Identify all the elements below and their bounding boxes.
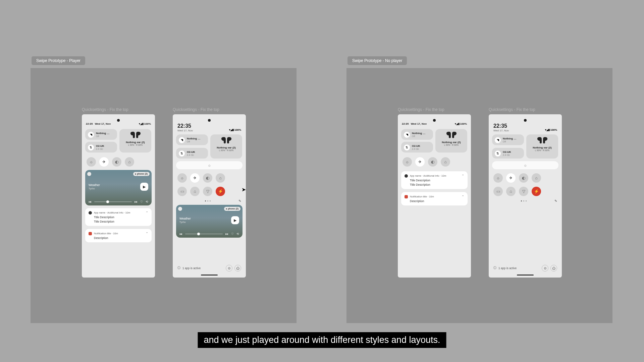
edit-icon[interactable]: ✎ bbox=[238, 199, 241, 203]
spotify-icon bbox=[87, 172, 91, 176]
game-toggle[interactable]: ⌂ bbox=[216, 173, 225, 183]
toggle-row-1: ☼ ✈ ◐ ⌂ bbox=[493, 173, 541, 183]
earbuds-icon bbox=[221, 136, 232, 144]
brightness-toggle[interactable]: ☼ bbox=[87, 157, 96, 167]
home-toggle[interactable]: ⌂ bbox=[506, 187, 516, 196]
flashlight-toggle[interactable]: ⚡ bbox=[532, 187, 541, 196]
tile-nothing[interactable]: ◥Nothing …Off bbox=[176, 134, 208, 145]
brightness-toggle[interactable]: ☼ bbox=[177, 173, 187, 183]
play-button[interactable]: ▶ bbox=[231, 216, 239, 224]
nav-bar[interactable] bbox=[517, 275, 534, 276]
notification-card[interactable]: Notification title · 10m⌃ Description bbox=[401, 192, 468, 205]
media-title: Weather bbox=[179, 217, 191, 220]
airplane-toggle[interactable]: ✈ bbox=[415, 157, 425, 167]
tile-carrier[interactable]: ⇅ O2-UK2.4 Gb bbox=[85, 142, 117, 153]
tile-earbuds[interactable]: Nothing ear (2) L 90% · R 80% bbox=[210, 134, 242, 159]
wifi-icon: ◥ bbox=[88, 132, 94, 138]
tile-earbuds[interactable]: Nothing ear (2) L 90% · R 80% bbox=[119, 129, 151, 153]
earbuds-icon bbox=[537, 136, 548, 144]
filter-toggle[interactable]: ▽ bbox=[519, 187, 528, 196]
notch-icon bbox=[524, 119, 527, 122]
phone-mock-small[interactable]: 22:35 Wed 17, Nov ▾◢▮100% ◥ Nothing …Off… bbox=[82, 114, 155, 278]
notification-card[interactable]: App name · Additional Info · 10m⌃ Title … bbox=[85, 208, 152, 226]
notch-icon bbox=[117, 119, 120, 122]
power-icon[interactable]: ⏻ bbox=[550, 265, 557, 272]
game-toggle[interactable]: ⌂ bbox=[532, 173, 541, 183]
flashlight-toggle[interactable]: ⚡ bbox=[216, 187, 225, 196]
phone-mock-small[interactable]: 22:35 Wed 17, Nov ▾◢▮100% ◥Nothing …Off … bbox=[398, 114, 471, 278]
next-icon[interactable]: ⏭ bbox=[225, 232, 228, 236]
nav-bar[interactable] bbox=[201, 275, 218, 276]
settings-icon[interactable]: ⚙ bbox=[542, 265, 548, 272]
chevron-up-icon[interactable]: ⌃ bbox=[462, 174, 464, 178]
brightness-slider[interactable]: ☼ bbox=[492, 161, 558, 169]
pager-dots bbox=[205, 200, 211, 201]
notification-card[interactable]: App name · Additional Info · 10m⌃ Title … bbox=[401, 171, 468, 189]
mouse-cursor-icon: ➤ bbox=[241, 186, 246, 193]
app-icon bbox=[89, 211, 92, 215]
tile-nothing[interactable]: ◥ Nothing …Off bbox=[85, 129, 117, 140]
darkmode-toggle[interactable]: ◐ bbox=[428, 157, 437, 167]
tile-carrier[interactable]: ⇅O2-UK2.4 Gb bbox=[176, 148, 208, 159]
brightness-icon: ☼ bbox=[208, 163, 211, 167]
chevron-up-icon[interactable]: ⌃ bbox=[146, 232, 148, 235]
notch-icon bbox=[433, 119, 436, 122]
game-toggle[interactable]: ⌂ bbox=[441, 157, 450, 167]
airplane-toggle[interactable]: ✈ bbox=[190, 173, 200, 183]
heart-icon[interactable]: ♡ bbox=[140, 200, 143, 203]
phone-mock-large[interactable]: 22:35 Wed 17, Nov ▾◢▮100% ◥Nothing …Off … bbox=[173, 114, 246, 278]
scrubber[interactable] bbox=[94, 201, 132, 202]
phone-mock-large[interactable]: 22:35 Wed 17, Nov ▾◢▮100% ◥Nothing …Off … bbox=[489, 114, 562, 278]
output-chip[interactable]: ▸ phone (2) bbox=[224, 207, 240, 211]
media-player-card[interactable]: ▸ phone (2) Weather Tycho ▶ ⏮ ⏭ ♡ ⟲ bbox=[85, 170, 152, 205]
media-player-card[interactable]: ▸ phone (2) Weather Tycho ▶ ⏮⏭♡⟲ bbox=[176, 205, 243, 238]
swap-icon: ⇅ bbox=[404, 144, 410, 150]
quick-toggle-row: ☼ ✈ ◐ ⌂ bbox=[402, 157, 450, 167]
prev-icon[interactable]: ⏮ bbox=[89, 200, 92, 203]
prev-icon[interactable]: ⏮ bbox=[179, 232, 182, 236]
frame-right: Quicksettings - Fix the top 22:35 Wed 17… bbox=[346, 68, 612, 323]
notification-card[interactable]: Notification title · 10m⌃ Description bbox=[85, 229, 152, 242]
airplane-toggle[interactable]: ✈ bbox=[99, 157, 109, 167]
darkmode-toggle[interactable]: ◐ bbox=[519, 173, 528, 183]
filter-toggle[interactable]: ▽ bbox=[203, 187, 212, 196]
info-icon: ⓘ bbox=[493, 266, 496, 270]
gmail-icon bbox=[405, 195, 408, 198]
chevron-up-icon[interactable]: ⌃ bbox=[146, 211, 148, 215]
play-button[interactable]: ▶ bbox=[140, 183, 148, 191]
tile-carrier[interactable]: ⇅O2-UK2.4 Gb bbox=[492, 148, 524, 159]
edit-icon[interactable]: ✎ bbox=[554, 199, 557, 203]
brightness-toggle[interactable]: ☼ bbox=[402, 157, 412, 167]
tile-carrier[interactable]: ⇅O2-UK2.4 Gb bbox=[401, 142, 433, 153]
tile-earbuds[interactable]: Nothing ear (2) L 90% · R 80% bbox=[435, 129, 467, 153]
settings-icon[interactable]: ⚙ bbox=[226, 265, 232, 272]
output-chip[interactable]: ▸ phone (2) bbox=[133, 172, 150, 176]
scrubber[interactable] bbox=[185, 234, 223, 234]
swap-icon: ⇅ bbox=[495, 150, 501, 157]
airplane-toggle[interactable]: ✈ bbox=[506, 173, 516, 183]
tile-nothing[interactable]: ◥Nothing …Off bbox=[492, 134, 524, 145]
brightness-icon: ☼ bbox=[524, 163, 527, 167]
cast-toggle[interactable]: ▭ bbox=[177, 187, 187, 196]
cast-toggle[interactable]: ▭ bbox=[493, 187, 503, 196]
frame-label-left[interactable]: Swipe Prototype - Player bbox=[32, 56, 85, 65]
repeat-icon[interactable]: ⟲ bbox=[236, 232, 239, 236]
tile-earbuds[interactable]: Nothing ear (2) L 90% · R 80% bbox=[526, 134, 558, 159]
darkmode-toggle[interactable]: ◐ bbox=[203, 173, 212, 183]
brightness-slider[interactable]: ☼ bbox=[176, 161, 243, 169]
chevron-up-icon[interactable]: ⌃ bbox=[462, 195, 464, 198]
wifi-icon: ◥ bbox=[179, 137, 185, 143]
heart-icon[interactable]: ♡ bbox=[231, 232, 234, 236]
power-icon[interactable]: ⏻ bbox=[234, 265, 241, 272]
statusbar: 22:35 Wed 17, Nov ▾◢▮100% bbox=[86, 122, 151, 125]
next-icon[interactable]: ⏭ bbox=[135, 200, 138, 203]
darkmode-toggle[interactable]: ◐ bbox=[112, 157, 121, 167]
toggle-row-2: ▭ ⌂ ▽ ⚡ bbox=[493, 187, 541, 196]
tile-nothing[interactable]: ◥Nothing …Off bbox=[401, 129, 433, 140]
home-toggle[interactable]: ⌂ bbox=[190, 187, 200, 196]
spotify-icon bbox=[178, 207, 182, 211]
repeat-icon[interactable]: ⟲ bbox=[146, 200, 148, 203]
frame-label-right[interactable]: Swipe Prototype - No player bbox=[347, 56, 407, 65]
brightness-toggle[interactable]: ☼ bbox=[493, 173, 503, 183]
game-toggle[interactable]: ⌂ bbox=[125, 157, 134, 167]
